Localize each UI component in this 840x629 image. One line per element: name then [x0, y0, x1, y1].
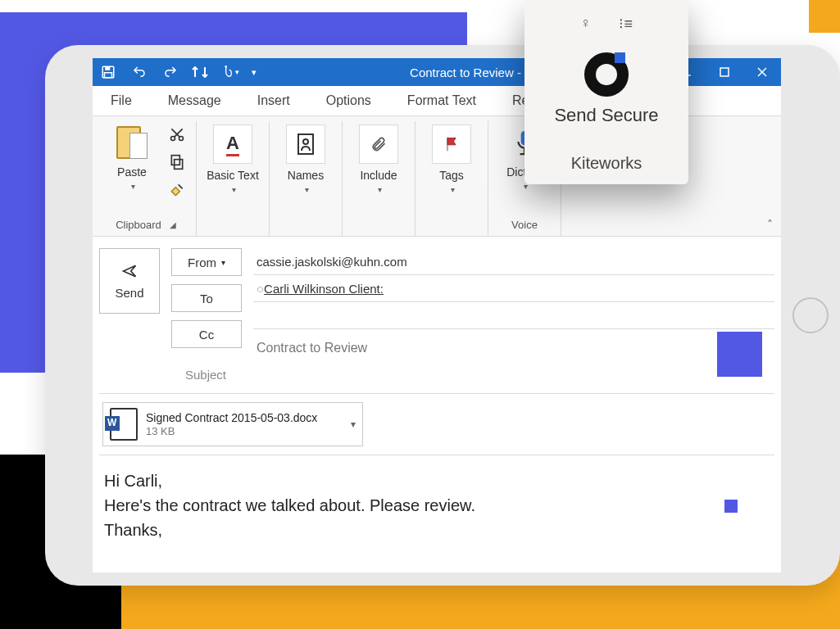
tab-options[interactable]: Options: [308, 86, 389, 115]
close-icon[interactable]: [743, 58, 781, 86]
svg-rect-5: [720, 68, 729, 76]
group-label-voice: Voice: [511, 219, 538, 231]
maximize-icon[interactable]: [706, 58, 743, 86]
from-field[interactable]: cassie.jaskolski@kuhn.com: [253, 248, 774, 275]
collapse-ribbon-icon[interactable]: ˄: [767, 218, 773, 231]
chevron-down-icon: [230, 182, 236, 195]
attachment-chip[interactable]: Signed Contract 2015-05-03.docx 13 KB ▾: [102, 402, 363, 446]
names-label: Names: [288, 169, 324, 182]
body-line: Hi Carli,: [104, 468, 770, 493]
include-button[interactable]: Include: [351, 121, 406, 198]
message-body[interactable]: Hi Carli, Here's the contract we talked …: [99, 455, 774, 555]
send-icon: [119, 263, 140, 279]
chevron-down-icon: [376, 182, 382, 195]
subject-field[interactable]: Contract to Review: [253, 329, 774, 367]
send-secure-button[interactable]: Send Secure: [524, 105, 688, 126]
save-icon[interactable]: [93, 58, 124, 86]
svg-rect-2: [105, 73, 112, 78]
tab-file[interactable]: File: [93, 86, 150, 115]
svg-point-15: [303, 139, 308, 144]
paste-label: Paste: [117, 165, 147, 179]
recipient-chip[interactable]: Carli Wilkinson Client:: [257, 282, 384, 296]
group-label-clipboard: Clipboard: [116, 219, 161, 231]
svg-rect-1: [105, 66, 110, 70]
subject-label: Subject: [171, 356, 240, 393]
paperclip-icon: [359, 124, 398, 164]
kiteworks-popover: ♀ ⁝≡ Send Secure Kiteworks: [524, 0, 688, 184]
kiteworks-logo-icon: [584, 52, 629, 97]
word-doc-icon: [110, 408, 138, 441]
cc-button[interactable]: Cc: [171, 320, 242, 348]
tab-format-text[interactable]: Format Text: [389, 86, 494, 115]
dot-purple: [717, 332, 762, 377]
group-include: Include: [343, 121, 415, 236]
tags-label: Tags: [439, 169, 464, 182]
font-icon: A: [213, 124, 252, 164]
compose-area: Send From▾ To Cc Subject cassie.jaskolsk…: [93, 237, 781, 555]
chevron-down-icon[interactable]: ▾: [351, 419, 356, 430]
basic-text-label: Basic Text: [207, 169, 259, 182]
tab-insert[interactable]: Insert: [239, 86, 308, 115]
dialog-launcher-icon[interactable]: ◢: [170, 220, 176, 229]
undo-icon[interactable]: [124, 58, 155, 86]
attachment-name: Signed Contract 2015-05-03.docx: [146, 411, 343, 425]
cut-icon[interactable]: [166, 124, 188, 144]
group-names: Names: [270, 121, 343, 236]
touch-mode-icon[interactable]: ▾: [214, 58, 245, 86]
redo-icon[interactable]: [155, 58, 186, 86]
dot-purple-small: [724, 500, 738, 513]
qat-customize-icon[interactable]: ▾: [245, 58, 263, 86]
to-button[interactable]: To: [171, 284, 242, 312]
tablet-frame: ▾ ▾ Contract to Review - File Messag: [45, 45, 840, 586]
chevron-down-icon: [449, 182, 455, 195]
paste-button[interactable]: Paste: [104, 121, 160, 195]
address-book-icon: [286, 124, 325, 164]
tab-message[interactable]: Message: [150, 86, 239, 115]
group-basic-text: A Basic Text: [197, 121, 270, 236]
names-button[interactable]: Names: [278, 121, 334, 198]
tablet-home-button[interactable]: [792, 297, 829, 333]
svg-point-3: [225, 66, 226, 67]
send-label: Send: [115, 286, 143, 300]
kiteworks-brand: Kiteworks: [524, 154, 688, 173]
to-field[interactable]: Carli Wilkinson Client:: [253, 275, 774, 302]
body-line: Thanks,: [104, 518, 770, 542]
chevron-down-icon: [129, 179, 135, 192]
format-painter-icon[interactable]: [166, 180, 188, 200]
group-tags: Tags: [415, 121, 488, 236]
copy-icon[interactable]: [166, 152, 188, 172]
group-clipboard: Paste Clipboard◢: [93, 121, 197, 236]
flag-icon: [432, 124, 471, 164]
hint-icon[interactable]: ♀: [580, 15, 592, 33]
settings-icon[interactable]: ⁝≡: [619, 15, 633, 33]
chevron-down-icon: [303, 182, 309, 195]
qat-arrows[interactable]: [186, 66, 214, 78]
basic-text-button[interactable]: A Basic Text: [205, 121, 261, 198]
include-label: Include: [360, 169, 397, 182]
cc-field[interactable]: [253, 302, 774, 329]
bg-rect-orange-small: [809, 0, 840, 33]
body-line: Here's the contract we talked about. Ple…: [104, 493, 770, 518]
send-button[interactable]: Send: [99, 248, 160, 314]
from-button[interactable]: From▾: [171, 248, 242, 276]
attachment-size: 13 KB: [146, 425, 343, 438]
tags-button[interactable]: Tags: [424, 121, 479, 198]
